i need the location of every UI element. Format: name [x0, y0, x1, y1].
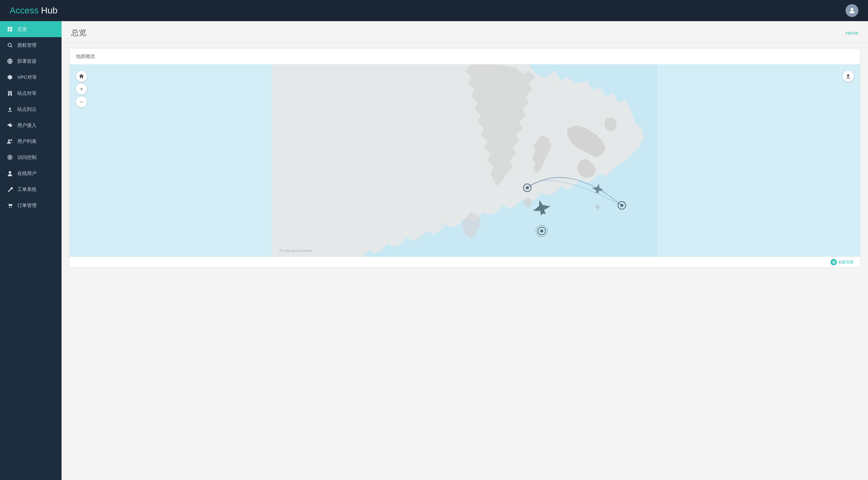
svg-rect-2	[10, 27, 12, 29]
svg-rect-4	[10, 30, 12, 31]
sidebar-label-ticket: 工单系统	[17, 187, 36, 193]
svg-rect-1	[8, 27, 10, 29]
sidebar-icon-vpc	[6, 74, 13, 81]
svg-rect-3	[8, 30, 10, 31]
sidebar-item-site-cloud[interactable]: 站点到云	[0, 101, 62, 117]
map-container: + −	[69, 64, 860, 257]
map-home-btn[interactable]	[76, 71, 87, 82]
svg-point-22	[10, 157, 10, 158]
sidebar-item-online-users[interactable]: 在线用户	[0, 165, 62, 181]
user-avatar[interactable]	[845, 4, 858, 17]
sidebar-item-user-list[interactable]: 用户列表	[0, 133, 62, 149]
map-svg: JS map by amCharts	[69, 64, 860, 257]
app-logo: Access Hub	[10, 5, 57, 16]
sidebar-label-overview: 总览	[17, 26, 27, 32]
map-card-title: 地图概览	[69, 49, 860, 64]
sidebar-item-access-ctrl[interactable]: 访问控制	[0, 149, 62, 165]
sidebar-icon-user-list	[6, 138, 13, 145]
sidebar-icon-site-peer	[6, 90, 13, 97]
svg-point-24	[9, 207, 10, 208]
sidebar-label-orders: 订单管理	[17, 202, 36, 209]
svg-rect-12	[10, 92, 11, 92]
sidebar-label-vpc: VPC对等	[17, 74, 37, 81]
svg-rect-16	[9, 94, 10, 96]
sidebar-item-vpc[interactable]: VPC对等	[0, 69, 62, 85]
map-controls: + −	[76, 71, 87, 107]
main-content: 总览 Home 地图概览 + −	[62, 21, 868, 480]
map-zoom-out-btn[interactable]: −	[76, 96, 87, 107]
sidebar-item-user-access[interactable]: 用户接入	[0, 117, 62, 133]
breadcrumb: Home	[845, 30, 858, 36]
sidebar-icon-auth	[6, 42, 13, 49]
sidebar-label-online-users: 在线用户	[17, 170, 36, 177]
svg-point-5	[8, 43, 11, 46]
page-title: 总览	[71, 28, 87, 38]
sidebar: 总览授权管理部署容器VPC对等站点对等站点到云用户接入用户列表访问控制在线用户工…	[0, 21, 62, 480]
sidebar-label-auth: 授权管理	[17, 42, 36, 49]
svg-point-29	[526, 186, 529, 189]
sidebar-item-deploy[interactable]: 部署容器	[0, 53, 62, 69]
map-card: 地图概览 + −	[69, 49, 860, 267]
svg-point-25	[11, 207, 12, 208]
sidebar-item-ticket[interactable]: 工单系统	[0, 181, 62, 197]
content-area: 地图概览 + −	[62, 43, 868, 480]
svg-rect-17	[8, 111, 12, 112]
sidebar-item-orders[interactable]: 订单管理	[0, 197, 62, 214]
svg-rect-13	[9, 93, 9, 94]
brand-icon: 创	[831, 259, 837, 265]
svg-line-6	[11, 46, 12, 47]
svg-text:JS map by amCharts: JS map by amCharts	[279, 249, 312, 253]
sidebar-icon-ticket	[6, 186, 13, 193]
sidebar-label-user-access: 用户接入	[17, 122, 36, 128]
main-layout: 总览授权管理部署容器VPC对等站点对等站点到云用户接入用户列表访问控制在线用户工…	[0, 21, 868, 480]
sidebar-item-overview[interactable]: 总览	[0, 21, 62, 37]
sidebar-item-auth[interactable]: 授权管理	[0, 37, 62, 53]
app-header: Access Hub	[0, 0, 868, 21]
svg-rect-14	[10, 93, 10, 94]
map-download-btn[interactable]	[843, 71, 854, 82]
download-icon[interactable]	[843, 71, 854, 82]
svg-point-34	[620, 204, 623, 207]
sidebar-icon-access-ctrl	[6, 154, 13, 161]
logo-hub: Hub	[38, 5, 57, 15]
svg-point-31	[540, 229, 543, 233]
svg-point-19	[10, 139, 12, 141]
sidebar-label-user-list: 用户列表	[17, 138, 36, 145]
map-footer: 创 创新互联	[69, 257, 860, 267]
sidebar-label-deploy: 部署容器	[17, 58, 36, 64]
brand-label: 创新互联	[838, 260, 854, 265]
sidebar-icon-user-access	[6, 122, 13, 129]
sidebar-icon-deploy	[6, 58, 13, 65]
svg-rect-10	[9, 92, 9, 92]
sidebar-icon-orders	[6, 202, 13, 209]
svg-rect-26	[846, 78, 850, 78]
svg-point-18	[8, 139, 10, 141]
page-header: 总览 Home	[62, 21, 868, 43]
svg-point-23	[9, 171, 11, 174]
sidebar-icon-online-users	[6, 170, 13, 177]
sidebar-icon-site-cloud	[6, 106, 13, 113]
sidebar-label-site-cloud: 站点到云	[17, 106, 36, 113]
sidebar-label-site-peer: 站点对等	[17, 90, 36, 96]
brand-logo: 创 创新互联	[831, 259, 854, 265]
sidebar-icon-overview	[6, 26, 13, 33]
svg-point-0	[851, 8, 853, 10]
logo-access: Access	[10, 5, 38, 15]
map-zoom-in-btn[interactable]: +	[76, 84, 87, 95]
sidebar-label-access-ctrl: 访问控制	[17, 155, 36, 161]
svg-rect-15	[10, 93, 11, 94]
sidebar-item-site-peer[interactable]: 站点对等	[0, 85, 62, 101]
svg-rect-11	[10, 92, 10, 92]
